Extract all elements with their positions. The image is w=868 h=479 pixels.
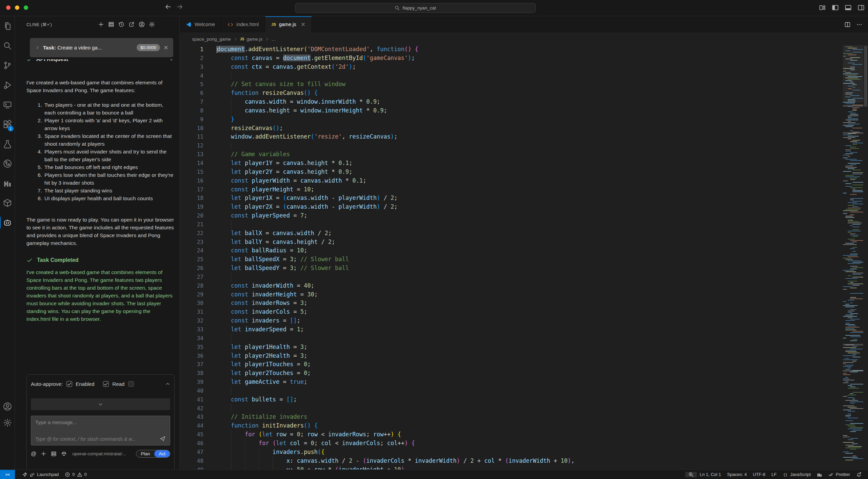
line-number: 5 [180, 80, 203, 89]
model-selector[interactable]: openai-compat:mistralai/... [72, 451, 132, 456]
status-indentation[interactable]: Spaces: 4 [724, 472, 750, 477]
activity-item-explorer[interactable] [0, 16, 15, 36]
activity-item-source-control[interactable] [0, 56, 15, 75]
task-card[interactable]: Task: Create a video ga... $0.0000 [30, 38, 173, 57]
status-label: LF [771, 472, 776, 477]
activity-item-accounts[interactable] [0, 398, 15, 415]
chevron-up-icon[interactable] [165, 381, 170, 387]
line-number: 41 [180, 395, 203, 404]
code-line: 8 canvas.height = window.innerHeight * 0… [180, 106, 843, 115]
accounts-icon [3, 402, 12, 411]
chevron-down-icon[interactable] [169, 59, 174, 62]
line-number: 24 [180, 246, 203, 255]
act-mode-button[interactable]: Act [154, 450, 170, 457]
minimize-window-button[interactable] [15, 5, 19, 10]
mcp-servers-icon[interactable] [108, 21, 114, 27]
activity-item-settings[interactable] [0, 415, 15, 431]
customize-layout-icon[interactable] [819, 4, 826, 11]
account-icon[interactable] [139, 21, 145, 27]
message-input[interactable]: Type a message... Type @ for context, / … [31, 416, 170, 445]
code-line: 37 let player1Touches = 0; [180, 360, 843, 369]
code-line: 11 window.addEventListener('resize', res… [180, 132, 843, 141]
activity-item-run-debug[interactable] [0, 75, 15, 95]
status-language-mode[interactable]: {}JavaScript [780, 472, 814, 477]
activity-item-remote-explorer[interactable] [0, 95, 15, 114]
activity-item-containers[interactable] [0, 193, 15, 213]
status-zoom-control[interactable] [685, 472, 697, 477]
launchpad-status[interactable]: Launchpad [19, 472, 62, 477]
rules-icon[interactable] [61, 451, 67, 457]
mcp-servers-icon[interactable] [51, 451, 57, 457]
line-number: 10 [180, 124, 203, 133]
close-window-button[interactable] [6, 5, 11, 10]
settings-icon[interactable] [149, 21, 155, 27]
activity-item-hex-tool[interactable] [0, 173, 15, 193]
scrollbar-thumb[interactable] [864, 46, 867, 107]
new-task-icon[interactable] [98, 21, 104, 27]
line-number: 11 [180, 132, 203, 141]
expand-actions-bar[interactable] [31, 398, 170, 410]
tab-index-html[interactable]: index.html [221, 16, 265, 33]
close-tab-icon[interactable] [301, 22, 305, 27]
read-checkbox[interactable] [103, 381, 109, 387]
status-label: Ln 1, Col 1 [700, 472, 721, 477]
toggle-secondary-sidebar-icon[interactable] [857, 4, 865, 11]
breadcrumb-file[interactable]: game.js [246, 37, 262, 42]
minimap[interactable] [843, 45, 863, 470]
status-eol[interactable]: LF [768, 472, 780, 477]
remote-indicator[interactable]: >< [0, 470, 15, 479]
status-label: Spaces: 4 [727, 472, 747, 477]
enabled-checkbox[interactable] [66, 381, 72, 387]
status-notifications[interactable] [853, 472, 865, 477]
code-editor[interactable]: 1document.addEventListener('DOMContentLo… [180, 45, 868, 470]
command-center-search[interactable]: flappy_nyan_cat [295, 3, 536, 13]
breadcrumb-symbol[interactable]: ... [272, 37, 275, 42]
code-line: 45 for (let row = 0; row < invaderRows; … [180, 430, 843, 439]
activity-item-search[interactable] [0, 36, 15, 56]
code-line: 35 let player1Health = 3; [180, 343, 843, 352]
extensions-badge: 1 [8, 126, 14, 131]
split-editor-icon[interactable] [844, 21, 851, 28]
forward-icon[interactable] [176, 3, 183, 10]
minimap-viewport[interactable] [843, 45, 863, 103]
activity-item-graph[interactable] [0, 154, 15, 173]
more-actions-icon[interactable] [856, 21, 863, 28]
history-icon[interactable] [118, 21, 124, 27]
code-line: 30 const invaderRows = 3; [180, 299, 843, 308]
breadcrumb-folder[interactable]: space_pong_game [192, 37, 231, 42]
activity-item-testing[interactable] [0, 134, 15, 154]
code-line: 46 for (let col = 0; col < invaderCols; … [180, 439, 843, 448]
auto-approve-extra-checkbox[interactable] [128, 381, 134, 387]
code-line: 26 let ballSpeedY = 3; // Slower ball [180, 264, 843, 273]
line-number: 40 [180, 387, 203, 395]
feature-item: 7.The last player standing wins [35, 187, 174, 194]
status-encoding[interactable]: UTF-8 [750, 472, 768, 477]
tab-game-js[interactable]: JSgame.js [265, 16, 312, 33]
back-icon[interactable] [165, 3, 172, 10]
send-icon[interactable] [160, 436, 166, 442]
editor-scrollbar[interactable] [863, 45, 868, 470]
code-line: 1document.addEventListener('DOMContentLo… [180, 45, 843, 54]
close-task-icon[interactable] [163, 45, 169, 50]
line-number: 47 [180, 448, 203, 457]
line-number: 25 [180, 255, 203, 264]
vscode-window: flappy_nyan_cat 1 CLINE (⌘+') Task: Crea… [0, 0, 868, 479]
api-request-row[interactable]: API Request [26, 59, 174, 68]
line-number: 19 [180, 203, 203, 211]
toggle-panel-icon[interactable] [845, 4, 852, 11]
code-line: 34 [180, 334, 843, 343]
tab-Welcome[interactable]: Welcome [180, 16, 221, 33]
activity-item-cline[interactable] [0, 213, 15, 232]
add-context-icon[interactable] [41, 451, 46, 457]
status-cursor-position[interactable]: Ln 1, Col 1 [697, 472, 724, 477]
zoom-window-button[interactable] [24, 5, 28, 10]
problems-status[interactable]: 0 0 [62, 472, 90, 477]
feature-item: 2.Player 1 controls with 'a' and 'd' key… [35, 117, 174, 132]
toggle-sidebar-icon[interactable] [832, 4, 839, 11]
status-formatter[interactable]: Prettier [825, 472, 853, 477]
mention-icon[interactable]: @ [31, 451, 36, 457]
plan-mode-button[interactable]: Plan [136, 450, 154, 457]
open-in-editor-icon[interactable] [129, 21, 135, 27]
activity-item-extensions[interactable]: 1 [0, 114, 15, 134]
status-extension-status[interactable] [814, 472, 825, 477]
